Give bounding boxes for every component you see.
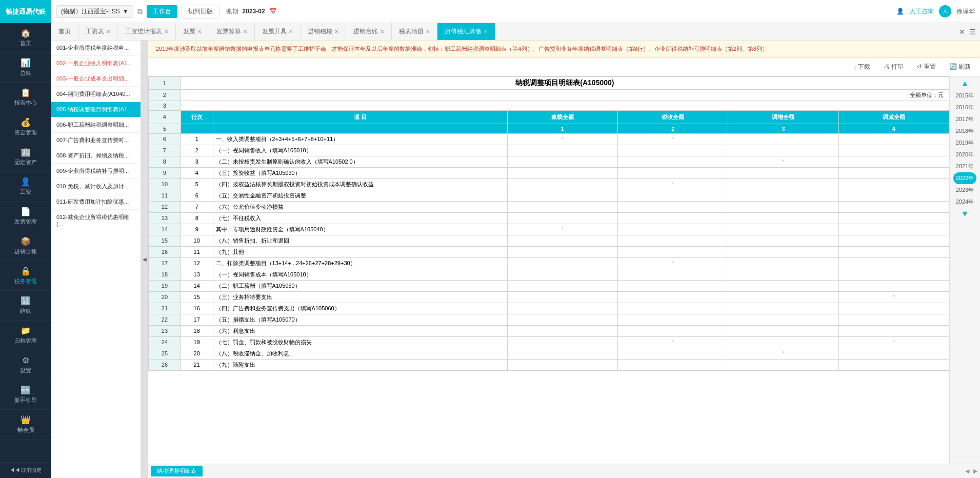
value-cell-4[interactable] xyxy=(838,224,949,235)
value-cell-4[interactable] xyxy=(838,325,949,336)
form-item-012[interactable]: 012-减免企业所得税优惠明细(... xyxy=(51,210,141,231)
value-cell-3[interactable] xyxy=(728,291,838,303)
tab-payroll[interactable]: 工资表 ✕ xyxy=(78,23,118,40)
value-cell-4[interactable] xyxy=(838,156,949,167)
value-cell-3[interactable]: * xyxy=(728,156,838,167)
form-item-010[interactable]: 010-免税、减计收入及加计... xyxy=(51,179,141,194)
tab-invoice-issue[interactable]: 发票开具 ✕ xyxy=(255,23,301,40)
tab-menu-icon[interactable]: ☰ xyxy=(969,28,976,36)
item-cell[interactable]: （五）捐赠支出（填写A105070） xyxy=(213,314,507,325)
value-cell-1[interactable] xyxy=(507,235,617,246)
value-cell-3[interactable] xyxy=(728,133,838,145)
tab-purchase-ledger[interactable]: 进销台账 ✕ xyxy=(346,23,392,40)
value-cell-1[interactable] xyxy=(507,348,617,359)
value-cell-1[interactable] xyxy=(507,325,617,336)
value-cell-1[interactable] xyxy=(507,145,617,156)
value-cell-1[interactable] xyxy=(507,269,617,280)
value-cell-1[interactable] xyxy=(507,257,617,269)
form-item-004[interactable]: 004-期间费用明细表(A1040... xyxy=(51,87,141,102)
value-cell-3[interactable] xyxy=(728,257,838,269)
value-cell-3[interactable] xyxy=(728,145,838,156)
tab-close-icon[interactable]: ✕ xyxy=(289,29,293,34)
tab-close-icon[interactable]: ✕ xyxy=(334,29,338,34)
sidebar-item-stock[interactable]: 📦 进销台账 xyxy=(0,231,51,261)
sidebar-item-close[interactable]: 🔢 结账 xyxy=(0,291,51,321)
year-item[interactable]: 2018年 xyxy=(953,125,976,137)
form-item-005[interactable]: 005-纳税调整项目明细表(A1... xyxy=(51,102,141,117)
value-cell-2[interactable] xyxy=(618,348,728,359)
value-cell-2[interactable]: * xyxy=(618,336,728,348)
tab-close-all-icon[interactable]: ✕ xyxy=(959,28,965,36)
year-item[interactable]: 2023年 xyxy=(953,184,976,196)
value-cell-1[interactable] xyxy=(507,336,617,348)
reset-button[interactable]: ↺ 重置 xyxy=(913,61,940,73)
scroll-left-icon[interactable]: ◀ xyxy=(965,468,969,474)
tab-invoice-calc[interactable]: 发票算算 ✕ xyxy=(209,23,255,40)
bottom-tab-item[interactable]: 纳税调整明细表 xyxy=(151,466,203,476)
item-cell[interactable]: （九）随附支出 xyxy=(213,359,507,370)
tab-close-icon[interactable]: ✕ xyxy=(197,29,202,34)
value-cell-2[interactable] xyxy=(618,190,728,201)
copy-icon[interactable]: ⧉ xyxy=(137,7,143,16)
sidebar-item-payroll[interactable]: 👤 工资 xyxy=(0,172,51,202)
panel-collapse-button[interactable]: ◀ xyxy=(141,41,148,478)
sidebar-item-settings[interactable]: ⚙ 设置 xyxy=(0,350,51,380)
item-cell[interactable]: （七）不征税收入 xyxy=(213,212,507,224)
value-cell-4[interactable] xyxy=(838,235,949,246)
value-cell-4[interactable] xyxy=(838,190,949,201)
value-cell-1[interactable] xyxy=(507,314,617,325)
value-cell-1[interactable] xyxy=(507,178,617,190)
item-cell[interactable]: （三）投资收益（填写A105030） xyxy=(213,167,507,178)
value-cell-3[interactable] xyxy=(728,167,838,178)
back-button[interactable]: 切到旧版 xyxy=(182,5,219,18)
user-name[interactable]: 徐泽华 xyxy=(956,7,975,16)
value-cell-1[interactable] xyxy=(507,190,617,201)
sidebar-item-vip[interactable]: 👑 畅会员 xyxy=(0,410,51,440)
sidebar-collapse-btn[interactable]: ◀◀ 取消固定 xyxy=(0,462,51,478)
company-selector[interactable]: (物副）江西股宝-LSS ▼ xyxy=(56,5,133,18)
form-item-007[interactable]: 007-广告费和业务宣传费时... xyxy=(51,133,141,148)
tab-close-icon[interactable]: ✕ xyxy=(380,29,384,34)
item-cell[interactable]: 二、扣除类调整项目（13+14+...24+26+27+28+29+30） xyxy=(213,257,507,269)
value-cell-2[interactable] xyxy=(618,246,728,257)
value-cell-2[interactable] xyxy=(618,325,728,336)
value-cell-4[interactable]: * xyxy=(838,336,949,348)
item-cell[interactable]: （五）交易性金融资产初始投资调整 xyxy=(213,190,507,201)
item-cell[interactable]: （三）业务招待要支出 xyxy=(213,291,507,303)
form-item-002[interactable]: 002-一般企业收入明细表(A1... xyxy=(51,56,141,71)
value-cell-2[interactable] xyxy=(618,280,728,291)
value-cell-4[interactable] xyxy=(838,280,949,291)
value-cell-3[interactable] xyxy=(728,246,838,257)
scroll-right-icon[interactable]: ▶ xyxy=(973,468,977,474)
value-cell-4[interactable] xyxy=(838,314,949,325)
value-cell-4[interactable]: * xyxy=(838,291,949,303)
year-item[interactable]: 2022年 xyxy=(953,172,976,184)
value-cell-2[interactable]: * xyxy=(618,257,728,269)
tab-close-icon[interactable]: ✕ xyxy=(484,29,488,34)
value-cell-1[interactable]: * xyxy=(507,133,617,145)
sidebar-item-ledger[interactable]: 📊 总账 xyxy=(0,53,51,83)
value-cell-2[interactable] xyxy=(618,201,728,212)
value-cell-2[interactable] xyxy=(618,212,728,224)
value-cell-1[interactable] xyxy=(507,359,617,370)
value-cell-3[interactable] xyxy=(728,212,838,224)
value-cell-1[interactable] xyxy=(507,212,617,224)
calendar-icon[interactable]: 📅 xyxy=(269,8,277,15)
value-cell-3[interactable] xyxy=(728,201,838,212)
value-cell-1[interactable] xyxy=(507,201,617,212)
year-item[interactable]: 2017年 xyxy=(953,113,976,125)
year-item[interactable]: 2015年 xyxy=(953,90,976,102)
value-cell-2[interactable] xyxy=(618,269,728,280)
value-cell-1[interactable] xyxy=(507,291,617,303)
sidebar-item-reports[interactable]: 📋 报表中心 xyxy=(0,83,51,112)
value-cell-4[interactable] xyxy=(838,178,949,190)
sidebar-item-funds[interactable]: 💰 资金管理 xyxy=(0,112,51,142)
item-cell[interactable]: （六）公允价值变动净损益 xyxy=(213,201,507,212)
year-item[interactable]: 2020年 xyxy=(953,149,976,161)
value-cell-4[interactable] xyxy=(838,201,949,212)
value-cell-1[interactable] xyxy=(507,156,617,167)
value-cell-4[interactable] xyxy=(838,359,949,370)
value-cell-4[interactable] xyxy=(838,133,949,145)
value-cell-3[interactable] xyxy=(728,359,838,370)
item-cell[interactable]: 其中：专项用途财政性资金（填写A105040） xyxy=(213,224,507,235)
